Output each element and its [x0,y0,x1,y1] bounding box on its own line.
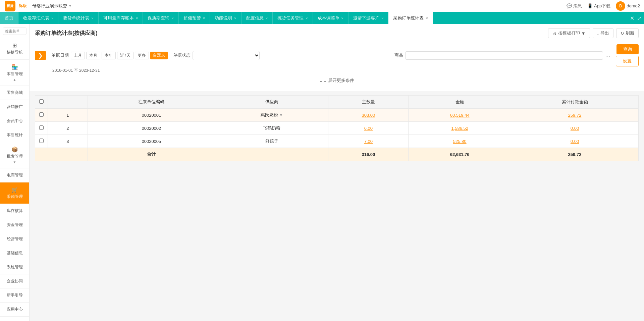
row3-amount[interactable]: 525.80 [409,135,511,148]
sidebar-item-app-center[interactable]: 应用中心 [0,303,29,317]
filter-collapse-btn[interactable]: ❯ [35,51,46,60]
sidebar-item-retail-label: 零售管理 [7,71,23,77]
tab-overstock-close[interactable]: × [203,16,205,20]
select-all-checkbox[interactable] [39,99,44,104]
refresh-button[interactable]: ↻ 刷新 [616,28,639,38]
tab-purchase-order-stat-close[interactable]: × [426,16,428,20]
print-button[interactable]: 🖨 按模板打印 ▼ [548,28,590,38]
status-select[interactable] [193,51,260,60]
date-quick-btns: 上月 本月 本年 近7天 更多 自定义 [71,52,168,59]
sidebar-item-retail-mall[interactable]: 零售商城 [0,86,29,100]
user-profile[interactable]: D demo2 [616,1,640,11]
row1-amount[interactable]: 60,519.44 [409,109,511,122]
goods-more-icon[interactable]: … [605,52,610,58]
sidebar-item-purchase[interactable]: 🛒 采购管理 [0,182,29,204]
tab-receive-close[interactable]: × [51,16,53,20]
sidebar-item-retail[interactable]: 🏪 零售管理 ▲ [0,60,29,86]
row1-main-qty[interactable]: 303.00 [328,109,409,122]
tab-receive[interactable]: 收发存汇总表 × [18,12,58,24]
tab-cost[interactable]: 成本调整单 × [313,12,348,24]
tab-function-label: 功能说明 [215,15,232,21]
tab-invite-close[interactable]: × [381,16,383,20]
row1-expand-icon[interactable]: ▼ [279,113,283,117]
tab-function-close[interactable]: × [234,16,236,20]
tab-home[interactable]: 首页 [0,12,18,24]
tab-task-close[interactable]: × [306,16,308,20]
row1-unit-code: 00020001 [88,109,215,122]
sidebar-item-ecommerce[interactable]: 电商管理 [0,168,29,182]
sidebar-item-enterprise[interactable]: 企业协同 [0,274,29,288]
query-button[interactable]: 查询 [616,44,639,54]
sidebar-item-system[interactable]: 系统管理 [0,260,29,274]
sidebar-item-basic[interactable]: 基础信息 [0,246,29,260]
custom-date-tag[interactable]: 自定义 [150,52,168,59]
date-btn-this-year[interactable]: 本年 [102,52,116,59]
filter-bar: ❯ 单据日期 上月 本月 本年 近7天 更多 自定义 单据状态 [30,41,644,91]
workspace-selector[interactable]: 母婴行业演示账套 ▼ [30,3,74,9]
date-btn-this-month[interactable]: 本月 [86,52,100,59]
tab-expiry[interactable]: 保质期查询 × [143,12,178,24]
row2-main-qty[interactable]: 6.00 [328,122,409,135]
settings-button[interactable]: 设置 [616,56,639,66]
sidebar-item-guide[interactable]: 新手引导 [0,288,29,303]
message-btn[interactable]: 💬 消息 [567,3,582,9]
sidebar-item-system-label: 系统管理 [7,264,23,270]
date-btn-last-month[interactable]: 上月 [71,52,85,59]
tab-cost-close[interactable]: × [341,16,343,20]
sidebar-item-ecommerce-label: 电商管理 [7,172,23,178]
sidebar-item-basic-label: 基础信息 [7,250,23,256]
status-filter-group: 单据状态 [173,51,389,60]
query-action-group: 查询 设置 [616,44,639,66]
sidebar-item-wechat[interactable]: 企业微信 [0,317,29,321]
tab-purchase-stat[interactable]: 要货单统计表 × [58,12,98,24]
sidebar-item-finance[interactable]: 资金管理 [0,218,29,232]
top-bar-right: 💬 消息 📱 App下载 D demo2 [567,1,640,11]
logo-image: 畅捷 [5,1,15,11]
tab-config-close[interactable]: × [266,16,268,20]
sidebar-item-quick-nav[interactable]: ⊞ 快捷导航 [0,38,29,60]
tab-config[interactable]: 配置信息 × [241,12,273,24]
tab-inventory-close[interactable]: × [136,16,138,20]
content-area: 采购订单统计表(按供应商) 🖨 按模板打印 ▼ ↓ 导出 ↻ 刷新 [30,24,644,321]
row2-checkbox[interactable] [39,125,44,130]
tab-task[interactable]: 拣货任务管理 × [273,12,313,24]
tab-close-all-icon[interactable]: ✕ [630,15,634,21]
table-row: 2 00020002 飞鹤奶粉 6.00 1,586.52 0.00 [35,122,639,135]
sidebar-item-inventory-check[interactable]: 库存核算 [0,204,29,218]
row3-main-qty[interactable]: 7.00 [328,135,409,148]
tab-overstock[interactable]: 超储预警 × [179,12,210,24]
tab-expand-icon[interactable]: ⤢ [637,15,641,21]
sidebar-item-operation[interactable]: 经营管理 [0,232,29,246]
row2-amount[interactable]: 1,586.52 [409,122,511,135]
row3-checkbox[interactable] [39,139,44,143]
row2-paid[interactable]: 0.00 [511,122,639,135]
sidebar-item-wholesale[interactable]: 📦 批发管理 ▼ [0,142,29,168]
date-btn-last-7-days[interactable]: 近7天 [117,52,133,59]
tab-function[interactable]: 功能说明 × [210,12,241,24]
th-unit-code: 往来单位编码 [88,96,215,109]
row1-checkbox[interactable] [39,112,44,117]
export-button[interactable]: ↓ 导出 [593,28,614,38]
tab-purchase-stat-close[interactable]: × [91,16,93,20]
row3-paid[interactable]: 0.00 [511,135,639,148]
app-logo: 畅捷 [4,0,16,12]
tab-purchase-order-stat[interactable]: 采购订单统计表 × [388,12,433,24]
top-bar-left: 畅捷 标版 母婴行业演示账套 ▼ [4,0,74,12]
row2-supplier: 飞鹤奶粉 [215,122,328,135]
sidebar-item-operation-label: 经营管理 [7,236,23,242]
goods-input[interactable] [405,51,603,60]
sidebar-item-retail-stat[interactable]: 零售统计 [0,128,29,142]
date-label: 单据日期 [51,52,69,58]
tab-invite[interactable]: 邀请下游客户 × [348,12,388,24]
search-input[interactable] [3,28,26,35]
row1-paid[interactable]: 259.72 [511,109,639,122]
sidebar-item-member[interactable]: 会员中心 [0,114,29,128]
sidebar-item-marketing[interactable]: 营销推广 [0,100,29,114]
expand-more-btn[interactable]: ⌄⌄ 展开更多条件 [315,76,358,85]
page-title: 采购订单统计表(按供应商) [35,30,98,37]
avatar-text: D [619,4,622,8]
app-download-btn[interactable]: 📱 App下载 [587,3,610,9]
date-btn-more[interactable]: 更多 [135,52,149,59]
tab-expiry-close[interactable]: × [171,16,173,20]
tab-inventory[interactable]: 可用量库存账本 × [99,12,143,24]
